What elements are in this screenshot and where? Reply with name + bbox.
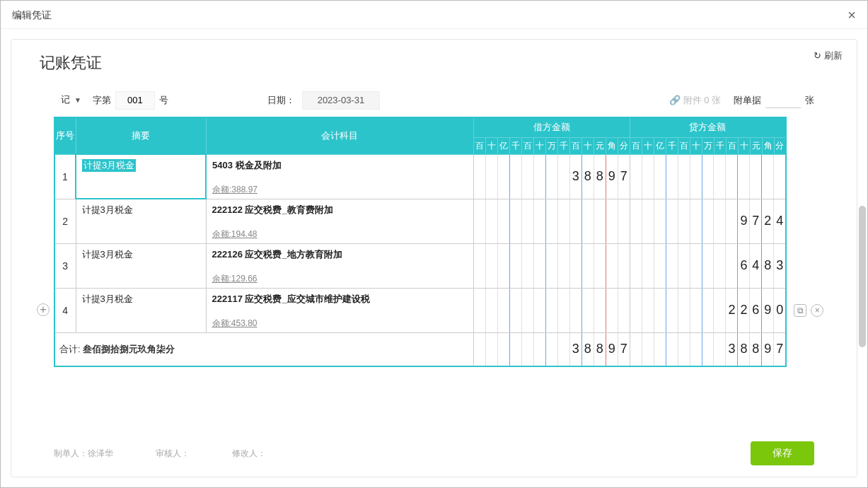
voucher-toolbar: 记 ▼ 字第 号 日期： 🔗附件 0 张 附单据 张 [54,91,814,110]
debit-amount[interactable]: 38897 [473,154,630,199]
voucher-thead: 序号 摘要 会计科目 借方金额 贷方金额 百十亿千百十万千百十元角分百十亿千百十… [54,117,786,154]
balance-text: 余额:453.80 [212,318,257,330]
header-digit: 千 [557,137,569,154]
header-digit: 百 [726,137,738,154]
header-subject: 会计科目 [206,117,473,154]
total-credit: 38897 [630,332,786,366]
save-button[interactable]: 保存 [751,441,814,465]
header-digit: 百 [569,137,581,154]
voucher-footer: 制单人：徐泽华 审核人： 修改人： 保存 [54,441,814,465]
voucher-seq-input[interactable] [115,91,155,110]
date-label: 日期： [267,94,295,107]
row-index: 3 [54,243,76,288]
debit-amount[interactable] [473,199,630,243]
header-digit: 万 [545,137,557,154]
reviewer: 审核人： [156,448,190,460]
modal-header: 编辑凭证 × [1,1,867,29]
attachment-link[interactable]: 🔗附件 0 张 [669,94,721,107]
paperclip-icon: 🔗 [669,95,681,105]
voucher-word-select[interactable]: 记 ▼ [54,91,88,110]
sheet-count-input[interactable] [765,93,801,108]
refresh-icon: ↻ [814,50,821,61]
row-index: 4 [54,288,76,332]
balance-text: 余额:388.97 [212,184,257,196]
header-digit: 百 [521,137,533,154]
subject-cell[interactable]: 222117 应交税费_应交城市维护建设税余额:453.80 [206,288,473,332]
row-index: 1 [54,154,76,199]
close-icon[interactable]: × [847,1,856,29]
date-input[interactable] [302,91,380,110]
header-digit: 十 [690,137,702,154]
header-summary: 摘要 [76,117,206,154]
header-digit: 十 [533,137,545,154]
voucher-table-wrap: 序号 摘要 会计科目 借方金额 贷方金额 百十亿千百十万千百十元角分百十亿千百十… [54,117,814,367]
scrollbar-thumb[interactable] [859,206,866,347]
header-idx: 序号 [54,117,76,154]
subject-cell[interactable]: 5403 税金及附加余额:388.97 [206,154,473,199]
header-digit: 十 [581,137,594,154]
header-digit: 分 [618,137,630,154]
header-digit: 元 [594,137,606,154]
header-digit: 角 [762,137,774,154]
header-digit: 元 [750,137,762,154]
summary-cell[interactable]: 计提3月税金 [76,243,206,288]
header-digit: 千 [714,137,726,154]
creator: 制单人：徐泽华 [54,448,113,460]
total-row: 合计: 叁佰捌拾捌元玖角柒分3889738897 [54,332,786,366]
total-debit: 38897 [473,332,630,366]
table-row[interactable]: 4计提3月税金222117 应交税费_应交城市维护建设税余额:453.80226… [54,288,786,332]
header-digit: 十 [642,137,654,154]
header-digit: 十 [485,137,497,154]
row-actions: ⧉× [794,304,823,317]
refresh-button[interactable]: ↻刷新 [814,50,843,62]
voucher-table: 序号 摘要 会计科目 借方金额 贷方金额 百十亿千百十万千百十元角分百十亿千百十… [54,117,787,367]
chevron-down-icon: ▼ [74,96,81,104]
header-digit: 亿 [654,137,666,154]
delete-row-icon[interactable]: × [811,304,823,317]
header-digit: 亿 [497,137,509,154]
balance-text: 余额:129.66 [212,273,257,285]
credit-amount[interactable]: 9724 [630,199,786,243]
header-digit: 千 [509,137,521,154]
modal-body: ↻刷新 记账凭证 记 ▼ 字第 号 日期： 🔗附件 0 张 附单据 [1,29,867,487]
header-digit: 十 [738,137,750,154]
voucher-card: ↻刷新 记账凭证 记 ▼ 字第 号 日期： 🔗附件 0 张 附单据 [11,39,857,477]
modifier: 修改人： [232,448,266,460]
header-digit: 百 [473,137,485,154]
row-index: 2 [54,199,76,243]
summary-cell[interactable]: 计提3月税金 [76,154,206,199]
edit-voucher-modal: 编辑凭证 × ↻刷新 记账凭证 记 ▼ 字第 号 日期： 🔗附件 0 张 [0,0,868,488]
header-debit: 借方金额 [473,117,630,137]
credit-amount[interactable]: 6483 [630,243,786,288]
modal-title: 编辑凭证 [12,1,52,29]
page-title: 记账凭证 [40,52,828,74]
header-credit: 贷方金额 [630,117,786,137]
header-digit: 角 [606,137,618,154]
total-label: 合计: 叁佰捌拾捌元玖角柒分 [54,332,473,366]
balance-text: 余额:194.48 [212,228,257,240]
header-digit: 千 [666,137,678,154]
header-digit: 百 [678,137,690,154]
table-row[interactable]: 1计提3月税金5403 税金及附加余额:388.9738897 [54,154,786,199]
debit-amount[interactable] [473,288,630,332]
header-digit: 分 [774,137,786,154]
table-row[interactable]: 2计提3月税金222122 应交税费_教育费附加余额:194.489724 [54,199,786,243]
copy-row-icon[interactable]: ⧉ [794,304,806,317]
subject-cell[interactable]: 222126 应交税费_地方教育附加余额:129.66 [206,243,473,288]
subject-cell[interactable]: 222122 应交税费_教育费附加余额:194.48 [206,199,473,243]
summary-cell[interactable]: 计提3月税金 [76,199,206,243]
summary-cell[interactable]: 计提3月税金 [76,288,206,332]
header-digit: 百 [630,137,642,154]
debit-amount[interactable] [473,243,630,288]
table-row[interactable]: 3计提3月税金222126 应交税费_地方教育附加余额:129.666483 [54,243,786,288]
credit-amount[interactable]: 22690⧉× [630,288,786,332]
credit-amount[interactable] [630,154,786,199]
add-row-button[interactable]: + [37,303,50,316]
voucher-tbody: 1计提3月税金5403 税金及附加余额:388.97388972计提3月税金22… [54,154,786,366]
header-digit: 万 [702,137,714,154]
